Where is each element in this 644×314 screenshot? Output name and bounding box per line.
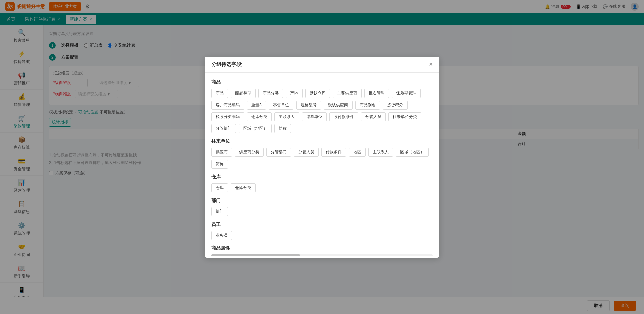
field-tag-tax-code[interactable]: 税收分类编码 [211, 112, 244, 121]
field-tag-spec[interactable]: 规格型号 [296, 101, 321, 110]
field-tag-payment-terms[interactable]: 收付款条件 [329, 112, 358, 121]
field-tag-department[interactable]: 部门 [211, 207, 228, 216]
field-tag-goods-cat[interactable]: 商品分类 [258, 89, 283, 98]
field-tag-goods[interactable]: 商品 [211, 89, 228, 98]
modal-hscrollbar[interactable] [205, 253, 439, 258]
field-tag-dept[interactable]: 分管部门 [211, 124, 236, 133]
modal-header: 分组待选字段 × [205, 57, 439, 73]
group-title-partner: 往来单位 [211, 138, 433, 144]
group-title-warehouse: 仓库 [211, 174, 433, 180]
field-tag-area[interactable]: 地区 [349, 148, 366, 157]
field-tag-warehouse-category[interactable]: 仓库分类 [231, 183, 256, 192]
group-fields-goods: 商品 商品类型 商品分类 产地 默认仓库 主要供应商 批次管理 保质期管理 客户… [211, 89, 433, 133]
field-tag-shortname-goods[interactable]: 简称 [274, 124, 291, 133]
field-tag-payment-cond[interactable]: 付款条件 [321, 148, 346, 157]
field-tag-goods-type[interactable]: 商品类型 [231, 89, 256, 98]
field-tag-batch[interactable]: 批次管理 [364, 89, 389, 98]
group-fields-partner: 供应商 供应商分类 分管部门 分管人员 付款条件 地区 主联系人 区域（地区） … [211, 148, 433, 169]
field-tag-main-contact2[interactable]: 主联系人 [368, 148, 393, 157]
field-tag-customer-code[interactable]: 客户商品编码 [211, 101, 244, 110]
modal-close-btn[interactable]: × [429, 61, 433, 67]
field-tag-origin[interactable]: 产地 [286, 89, 303, 98]
field-tag-salesperson[interactable]: 业务员 [211, 231, 232, 240]
group-title-staff: 员工 [211, 222, 433, 228]
modal-overlay: 分组待选字段 × 商品 商品 商品类型 商品分类 产地 默认仓库 主要供应商 批… [0, 0, 644, 314]
field-tag-shortname-partner[interactable]: 简称 [211, 160, 228, 169]
group-title-goods: 商品 [211, 79, 433, 85]
field-tag-warehouse-cat[interactable]: 仓库分类 [247, 112, 272, 121]
field-tag-settlement-unit[interactable]: 结算单位 [302, 112, 327, 121]
field-tag-weight[interactable]: 重量3 [247, 101, 266, 110]
group-title-attr: 商品属性 [211, 245, 433, 251]
modal-title: 分组待选字段 [211, 61, 241, 68]
group-title-dept: 部门 [211, 198, 433, 204]
field-tag-default-warehouse[interactable]: 默认仓库 [305, 89, 330, 98]
field-tag-partner-manager[interactable]: 分管人员 [294, 148, 319, 157]
hscroll-track [211, 254, 433, 256]
field-tag-expiry[interactable]: 保质期管理 [392, 89, 421, 98]
field-tag-region-partner[interactable]: 区域（地区） [396, 148, 429, 157]
field-tag-main-supplier[interactable]: 主要供应商 [333, 89, 362, 98]
hscroll-thumb [211, 254, 300, 256]
field-tag-pick-points[interactable]: 拣货积分 [383, 101, 408, 110]
group-fields-dept: 部门 [211, 207, 433, 216]
field-tag-main-contact[interactable]: 主联系人 [274, 112, 299, 121]
field-tag-partner-dept[interactable]: 分管部门 [266, 148, 291, 157]
field-tag-supplier-cat[interactable]: 供应商分类 [235, 148, 264, 157]
field-tag-partner-cat[interactable]: 往来单位分类 [388, 112, 421, 121]
group-fields-staff: 业务员 [211, 231, 433, 240]
group-fields-warehouse: 仓库 仓库分类 [211, 183, 433, 192]
field-tag-supplier[interactable]: 供应商 [211, 148, 232, 157]
field-tag-retail-unit[interactable]: 零售单位 [269, 101, 293, 110]
field-tag-warehouse[interactable]: 仓库 [211, 183, 228, 192]
field-tag-manager[interactable]: 分管人员 [361, 112, 386, 121]
field-tag-alias[interactable]: 商品别名 [355, 101, 380, 110]
modal-body: 商品 商品 商品类型 商品分类 产地 默认仓库 主要供应商 批次管理 保质期管理… [205, 73, 439, 253]
field-select-modal: 分组待选字段 × 商品 商品 商品类型 商品分类 产地 默认仓库 主要供应商 批… [205, 57, 439, 258]
field-tag-default-supplier[interactable]: 默认供应商 [324, 101, 353, 110]
field-tag-region-goods[interactable]: 区域（地区） [239, 124, 272, 133]
